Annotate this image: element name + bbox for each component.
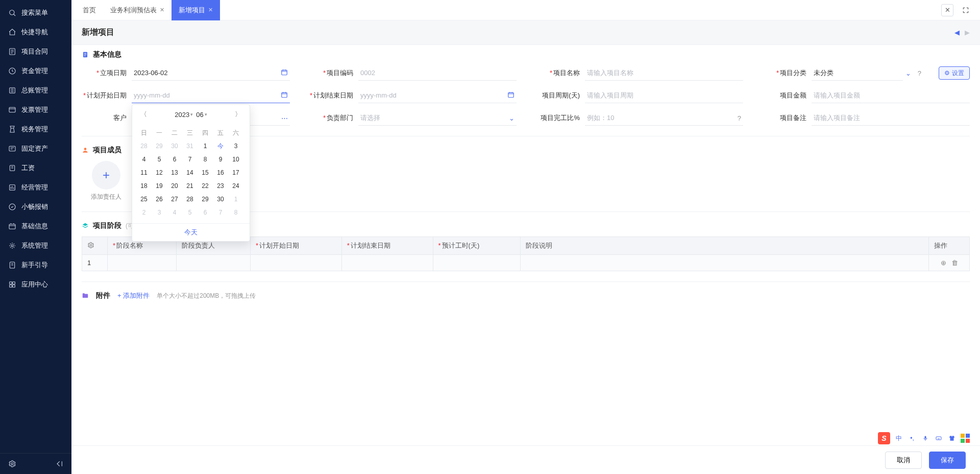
- sidebar-item-onboarding[interactable]: 新手引导: [0, 255, 71, 275]
- dp-year-select[interactable]: 2023▾: [175, 111, 193, 118]
- help-icon[interactable]: ?: [738, 114, 741, 122]
- proj-code-input[interactable]: [358, 65, 517, 81]
- dp-day[interactable]: 6: [198, 206, 213, 219]
- dp-next-icon[interactable]: 〉: [232, 109, 244, 120]
- collapse-icon[interactable]: [55, 460, 63, 468]
- sidebar-item-search-menu[interactable]: 搜索菜单: [0, 3, 71, 22]
- fullscreen-icon[interactable]: [960, 4, 972, 16]
- add-row-icon[interactable]: ⊕: [941, 259, 946, 267]
- sidebar-item-expense[interactable]: 小畅报销: [0, 197, 71, 217]
- dp-prev-icon[interactable]: 〈: [137, 109, 150, 120]
- dp-today-button[interactable]: 今天: [184, 228, 198, 236]
- dp-day[interactable]: 28: [136, 139, 152, 153]
- dp-day[interactable]: 30: [213, 193, 228, 206]
- tab-新增项目[interactable]: 新增项目✕: [172, 0, 220, 20]
- sidebar-item-fixed-assets[interactable]: 固定资产: [0, 139, 71, 158]
- dp-day[interactable]: 23: [213, 179, 228, 193]
- sidebar-item-system-mgmt[interactable]: 系统管理: [0, 236, 71, 255]
- dp-day[interactable]: 5: [182, 206, 198, 219]
- sidebar-item-fund-mgmt[interactable]: 资金管理: [0, 61, 71, 81]
- dp-day[interactable]: 24: [228, 179, 243, 193]
- add-member-button[interactable]: +: [92, 161, 120, 189]
- calendar-icon[interactable]: [281, 69, 288, 78]
- dp-day[interactable]: 4: [167, 206, 182, 219]
- dp-day[interactable]: 7: [182, 153, 198, 166]
- dp-day[interactable]: 4: [136, 153, 152, 166]
- dp-day[interactable]: 1: [198, 139, 213, 153]
- dp-day[interactable]: 13: [167, 166, 182, 179]
- dp-day[interactable]: 5: [152, 153, 167, 166]
- nav-prev-icon[interactable]: ◀: [954, 29, 960, 36]
- complete-pct-input[interactable]: [585, 110, 743, 126]
- calendar-icon[interactable]: [281, 91, 288, 100]
- dp-day[interactable]: 6: [167, 153, 182, 166]
- dp-day[interactable]: 15: [198, 166, 213, 179]
- dp-day[interactable]: 8: [228, 206, 243, 219]
- ime-skin-icon[interactable]: [947, 434, 957, 443]
- dp-day[interactable]: 16: [213, 166, 228, 179]
- sidebar-item-app-center[interactable]: 应用中心: [0, 275, 71, 294]
- dp-day[interactable]: 30: [167, 139, 182, 153]
- dp-day[interactable]: 14: [182, 166, 198, 179]
- col-gear[interactable]: [82, 237, 108, 255]
- dp-day[interactable]: 1: [228, 193, 243, 206]
- sidebar-item-invoice-mgmt[interactable]: 发票管理: [0, 100, 71, 120]
- tab-业务利润预估表[interactable]: 业务利润预估表✕: [103, 0, 172, 20]
- sidebar-item-project-contract[interactable]: 项目合同: [0, 42, 71, 61]
- close-tab-icon[interactable]: ✕: [941, 4, 953, 16]
- dp-day[interactable]: 9: [213, 153, 228, 166]
- amount-input[interactable]: [812, 88, 970, 103]
- proj-name-input[interactable]: [585, 65, 743, 81]
- tab-close-icon[interactable]: ✕: [160, 7, 164, 13]
- setting-button[interactable]: ⚙设置: [939, 66, 970, 80]
- add-attachment-button[interactable]: + 添加附件: [117, 291, 150, 300]
- tab-close-icon[interactable]: ✕: [208, 7, 213, 13]
- dp-day[interactable]: 10: [228, 153, 243, 166]
- save-button[interactable]: 保存: [929, 452, 966, 469]
- remark-input[interactable]: [812, 110, 970, 126]
- plan-end-input[interactable]: [358, 88, 517, 103]
- dp-day[interactable]: 31: [182, 139, 198, 153]
- chevron-down-icon[interactable]: ⌄: [509, 114, 514, 122]
- delete-row-icon[interactable]: 🗑: [951, 259, 958, 267]
- sidebar-item-biz-mgmt[interactable]: 经营管理: [0, 178, 71, 197]
- nav-next-icon[interactable]: ▶: [965, 29, 970, 36]
- chevron-down-icon[interactable]: ⌄: [905, 69, 911, 77]
- dp-day[interactable]: 20: [167, 179, 182, 193]
- dp-day[interactable]: 22: [198, 179, 213, 193]
- sidebar-item-basic-info[interactable]: 基础信息: [0, 217, 71, 236]
- dp-day[interactable]: 12: [152, 166, 167, 179]
- dp-month-select[interactable]: 06▾: [196, 111, 207, 118]
- dp-day[interactable]: 8: [198, 153, 213, 166]
- more-icon[interactable]: ⋯: [281, 114, 288, 122]
- dp-day[interactable]: 25: [136, 193, 152, 206]
- ime-toolbox-icon[interactable]: [961, 434, 970, 443]
- period-input[interactable]: [585, 88, 743, 103]
- sidebar-item-quick-nav[interactable]: 快捷导航: [0, 22, 71, 42]
- proj-class-select[interactable]: [812, 65, 903, 81]
- dp-day[interactable]: 3: [152, 206, 167, 219]
- dp-day[interactable]: 29: [152, 139, 167, 153]
- plan-start-input[interactable]: [132, 88, 290, 103]
- dp-day[interactable]: 3: [228, 139, 243, 153]
- ime-lang-icon[interactable]: 中: [894, 434, 903, 443]
- ime-keyboard-icon[interactable]: [934, 434, 943, 443]
- dp-day[interactable]: 26: [152, 193, 167, 206]
- sidebar-item-tax-mgmt[interactable]: 税务管理: [0, 120, 71, 139]
- cancel-button[interactable]: 取消: [885, 452, 922, 469]
- dp-day[interactable]: 19: [152, 179, 167, 193]
- sidebar-item-payroll[interactable]: 工资: [0, 158, 71, 178]
- dp-day[interactable]: 2: [136, 206, 152, 219]
- dp-day[interactable]: 28: [182, 193, 198, 206]
- ime-mic-icon[interactable]: [921, 434, 930, 443]
- dp-day[interactable]: 17: [228, 166, 243, 179]
- gear-icon[interactable]: [8, 460, 16, 468]
- dp-day[interactable]: 今: [213, 139, 228, 153]
- dp-day[interactable]: 21: [182, 179, 198, 193]
- apply-date-input[interactable]: [132, 65, 290, 81]
- calendar-icon[interactable]: [507, 91, 514, 100]
- sidebar-item-general-ledger[interactable]: 总账管理: [0, 81, 71, 100]
- help-icon[interactable]: ?: [918, 69, 921, 77]
- ime-punct-icon[interactable]: •,: [908, 434, 917, 443]
- dp-day[interactable]: 7: [213, 206, 228, 219]
